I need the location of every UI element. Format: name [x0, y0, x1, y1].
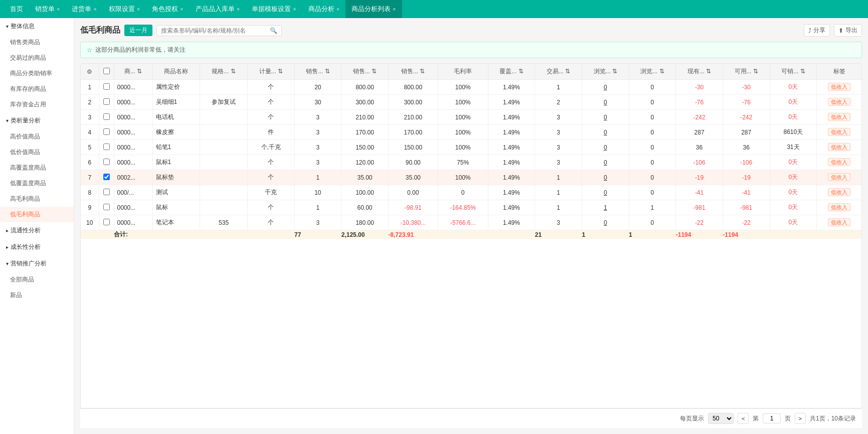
sidebar-group-flow-analysis[interactable]: ▸ 流通性分析 [0, 222, 74, 239]
row-tag: 低收入 [817, 80, 861, 95]
row-code: 0000... [114, 110, 152, 125]
next-page-button[interactable]: ＞ [795, 413, 806, 424]
row-check[interactable] [99, 125, 114, 140]
col-header-setting[interactable]: ⚙ [81, 64, 99, 80]
row-tag: 低收入 [817, 140, 861, 155]
row-trade: 1 [535, 80, 582, 95]
col-header-saleable[interactable]: 可销... ⇅ [770, 64, 817, 80]
close-icon[interactable]: × [93, 6, 96, 12]
sidebar-item-high-value[interactable]: 高价值商品 [0, 129, 74, 144]
close-icon[interactable]: × [336, 6, 339, 12]
sidebar-item-all-goods[interactable]: 全部商品 [0, 272, 74, 287]
col-header-name[interactable]: 商品名称 [152, 64, 200, 80]
row-view2: 0 [629, 95, 676, 110]
row-available: -30 [723, 80, 770, 95]
row-gross-rate: -164.85% [438, 200, 488, 215]
nav-product-analysis[interactable]: 商品分析 × [302, 0, 345, 18]
sidebar-item-high-coverage[interactable]: 高覆盖度商品 [0, 160, 74, 176]
nav-role-auth[interactable]: 角色授权 × [146, 0, 189, 18]
close-icon[interactable]: × [393, 6, 396, 12]
close-icon[interactable]: × [293, 6, 296, 12]
row-saleable: 8610天 [770, 125, 817, 140]
col-header-current[interactable]: 现有... ⇅ [676, 64, 723, 80]
sidebar-group-overview[interactable]: ▾ 整体信息 [0, 18, 74, 35]
row-check[interactable] [99, 95, 114, 110]
close-icon[interactable]: × [137, 6, 140, 12]
row-sales-qty: 1 [294, 170, 341, 185]
table-row: 8 000/... 测试 千克 10 100.00 0.00 0 1.49% 1… [81, 185, 861, 200]
nav-purchase-order[interactable]: 进货单 × [66, 0, 102, 18]
row-sales-qty: 20 [294, 80, 341, 95]
sidebar-item-stocked-goods[interactable]: 有库存的商品 [0, 81, 74, 97]
sidebar-item-category-rate[interactable]: 商品分类助销率 [0, 66, 74, 81]
col-header-unit[interactable]: 计量... ⇅ [247, 64, 294, 80]
col-header-spec[interactable]: 规格... ⇅ [200, 64, 248, 80]
col-header-coverage[interactable]: 覆盖... ⇅ [488, 64, 535, 80]
select-all-checkbox[interactable] [103, 68, 110, 74]
search-icon[interactable]: 🔍 [270, 27, 277, 34]
table-footer-row: 合计: 77 2,125.00 -8,723.91 21 1 1 -1194 -… [81, 230, 861, 239]
nav-home[interactable]: 首页 [4, 0, 29, 18]
col-header-code[interactable]: 商... ⇅ [114, 64, 152, 80]
nav-product-analysis-list[interactable]: 商品分析列表 × [345, 0, 402, 18]
share-button[interactable]: ⤴ 分享 [804, 24, 830, 37]
row-view2: 0 [629, 110, 676, 125]
sidebar-item-low-value[interactable]: 低价值商品 [0, 144, 74, 160]
row-check[interactable] [99, 155, 114, 170]
per-page-select[interactable]: 50 20 100 200 [708, 413, 734, 424]
nav-product-entry[interactable]: 产品品入库单 × [190, 0, 246, 18]
search-input[interactable] [161, 27, 268, 34]
col-header-trade[interactable]: 交易... ⇅ [535, 64, 582, 80]
row-sales-amount: 300.00 [388, 95, 438, 110]
sidebar-item-low-margin[interactable]: 低毛利商品 [0, 207, 74, 222]
row-sales-amount: 170.00 [388, 125, 438, 140]
row-sales-amount: 210.00 [388, 110, 438, 125]
row-check[interactable] [99, 140, 114, 155]
close-icon[interactable]: × [180, 6, 183, 12]
nav-template-settings[interactable]: 单据模板设置 × [246, 0, 302, 18]
sidebar-item-stock-capital[interactable]: 库存资金占用 [0, 97, 74, 112]
row-trade: 3 [535, 155, 582, 170]
sidebar-group-marketing-analysis[interactable]: ▾ 营销推广分析 [0, 255, 74, 272]
row-check[interactable] [99, 80, 114, 95]
sidebar-group-growth-analysis[interactable]: ▸ 成长性分析 [0, 239, 74, 255]
col-header-view2[interactable]: 浏览... ⇅ [629, 64, 676, 80]
sidebar-item-high-margin[interactable]: 高毛利商品 [0, 191, 74, 207]
col-header-tag[interactable]: 标签 [817, 64, 861, 80]
table-row: 9 0000... 鼠标 个 1 60.00 -98.91 -164.85% 1… [81, 200, 861, 215]
col-header-sales-qty[interactable]: 销售... ⇅ [294, 64, 341, 80]
col-header-available[interactable]: 可用... ⇅ [723, 64, 770, 80]
sidebar-item-low-coverage[interactable]: 低覆盖度商品 [0, 176, 74, 191]
row-check[interactable] [99, 110, 114, 125]
nav-permission[interactable]: 权限设置 × [103, 0, 146, 18]
row-view1: 0 [582, 170, 629, 185]
sidebar-item-traded-goods[interactable]: 交易过的商品 [0, 50, 74, 66]
close-icon[interactable]: × [57, 6, 60, 12]
row-check[interactable] [99, 170, 114, 185]
row-check[interactable] [99, 185, 114, 200]
export-button[interactable]: ⬆ 导出 [834, 24, 862, 37]
row-spec [200, 80, 248, 95]
row-view1: 0 [582, 185, 629, 200]
prev-page-button[interactable]: ＜ [738, 413, 749, 424]
col-header-check[interactable] [99, 64, 114, 80]
col-header-gross-rate[interactable]: 毛利率 [438, 64, 488, 80]
row-check[interactable] [99, 215, 114, 230]
sidebar-item-new-goods[interactable]: 新品 [0, 287, 74, 303]
sidebar-item-sales-goods[interactable]: 销售类商品 [0, 35, 74, 50]
close-icon[interactable]: × [237, 6, 240, 12]
row-sales-price: 170.00 [341, 125, 389, 140]
row-check[interactable] [99, 200, 114, 215]
col-header-sales-price[interactable]: 销售... ⇅ [341, 64, 389, 80]
nav-sales-order[interactable]: 销货单 × [29, 0, 66, 18]
date-filter-button[interactable]: 近一月 [124, 25, 152, 36]
chevron-down-icon: ▾ [6, 24, 9, 29]
col-header-view1[interactable]: 浏览... ⇅ [582, 64, 629, 80]
page-number-input[interactable] [763, 413, 781, 423]
row-coverage: 1.49% [488, 200, 535, 215]
col-header-sales-amount[interactable]: 销售... ⇅ [388, 64, 438, 80]
chevron-down-icon: ▾ [6, 261, 9, 266]
sidebar-group-category-analysis[interactable]: ▾ 类析量分析 [0, 112, 74, 129]
row-gross-rate: 0 [438, 185, 488, 200]
table-row: 2 0000... 吴细细1 参加复试 个 30 300.00 300.00 1… [81, 95, 861, 110]
